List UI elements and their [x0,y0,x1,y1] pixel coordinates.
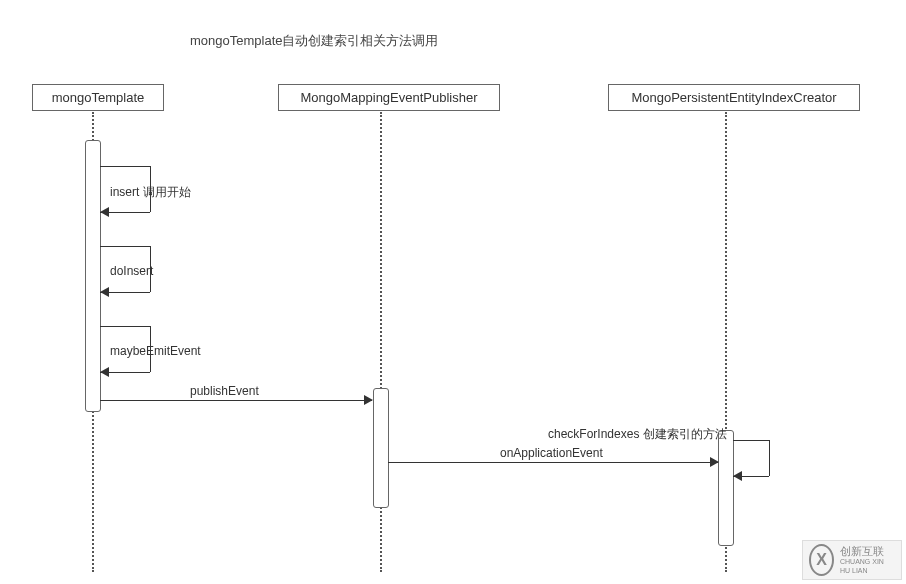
watermark-brand: 创新互联 [840,545,895,558]
self-msg-2-top [100,246,150,247]
self-msg-6-side [769,440,770,476]
participant-mongoMappingEventPublisher: MongoMappingEventPublisher [278,84,500,111]
msg-insert: insert 调用开始 [110,184,191,201]
self-msg-3-top [100,326,150,327]
participant-mongoPersistentEntityIndexCreator: MongoPersistentEntityIndexCreator [608,84,860,111]
sequence-diagram: mongoTemplate自动创建索引相关方法调用 mongoTemplate … [0,0,906,584]
self-msg-2-arrow [100,287,109,297]
activation-p1 [85,140,101,412]
msg-maybeEmitEvent: maybeEmitEvent [110,344,201,358]
watermark: 创新互联 CHUANG XIN HU LIAN [802,540,902,580]
self-msg-3-arrow [100,367,109,377]
self-msg-1-arrow [100,207,109,217]
participant-mongoTemplate: mongoTemplate [32,84,164,111]
msg-publishEvent: publishEvent [190,384,259,398]
self-msg-6-top [733,440,769,441]
arrow-onApplicationEvent [388,462,718,463]
msg-checkForIndexes: checkForIndexes 创建索引的方法 [548,426,727,443]
arrow-publishEvent-head [364,395,373,405]
diagram-title: mongoTemplate自动创建索引相关方法调用 [190,32,439,50]
msg-onApplicationEvent: onApplicationEvent [500,446,603,460]
self-msg-6-arrow [733,471,742,481]
watermark-sub: CHUANG XIN HU LIAN [840,558,895,575]
activation-p2 [373,388,389,508]
arrow-onApplicationEvent-head [710,457,719,467]
self-msg-1-top [100,166,150,167]
msg-doInsert: doInsert [110,264,153,278]
activation-p3 [718,430,734,546]
arrow-publishEvent [100,400,372,401]
watermark-text: 创新互联 CHUANG XIN HU LIAN [840,545,895,575]
watermark-logo-icon [809,544,834,576]
